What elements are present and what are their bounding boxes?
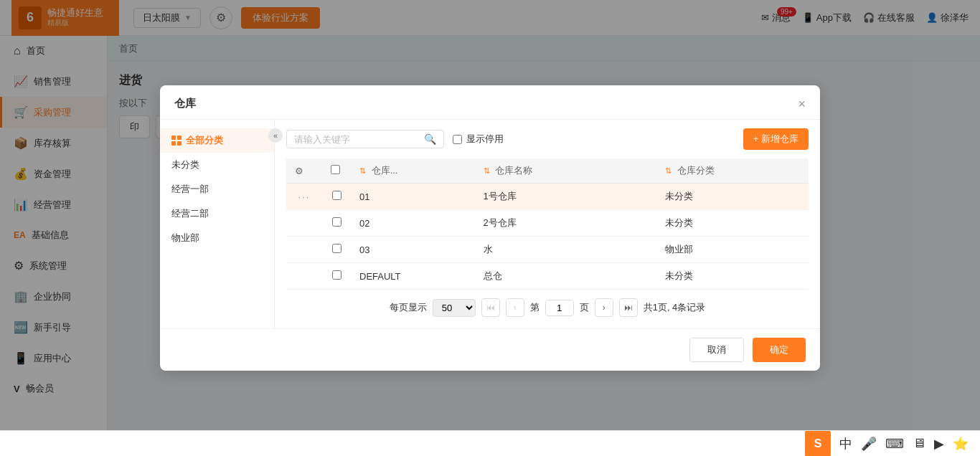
row-code: 01 [351,184,475,210]
sort-icon-cat: ⇅ [665,166,672,175]
search-row: 🔍 显示停用 + 新增仓库 [286,128,809,150]
mic-icon[interactable]: 🎤 [861,436,877,452]
table-row[interactable]: 02 2号仓库 未分类 [286,210,809,237]
warehouse-table: ⚙ ⇅ 仓库... ⇅ 仓库名称 [286,158,809,290]
sort-icon: ⇅ [359,166,366,175]
s-logo: S [805,431,831,457]
play-icon[interactable]: ▶ [934,436,944,452]
next-page-button[interactable]: › [595,298,613,317]
modal-overlay: 仓库 × « 全部分类 未分类 经营一部 经营二部 [0,0,980,456]
prev-page-button[interactable]: ‹ [506,298,524,317]
col-header-name: ⇅ 仓库名称 [475,158,657,184]
dialog-close-button[interactable]: × [798,98,806,110]
cancel-button[interactable]: 取消 [689,338,744,362]
category-item-ops2[interactable]: 经营二部 [160,201,274,226]
search-input-wrap: 🔍 [286,130,444,148]
collapse-category-button[interactable]: « [268,128,283,143]
page-size-label: 每页显示 [390,301,427,314]
chinese-input-icon[interactable]: 中 [839,435,852,452]
dialog-title: 仓库 [174,97,196,110]
row-code: 02 [351,210,475,237]
page-number-input[interactable] [545,300,574,316]
row-category: 未分类 [656,210,809,237]
confirm-button[interactable]: 确定 [753,338,806,362]
col-header-category: ⇅ 仓库分类 [656,158,809,184]
col-header-code: ⇅ 仓库... [351,158,475,184]
row-checkbox[interactable] [332,217,341,227]
table-row[interactable]: 03 水 物业部 [286,237,809,263]
row-checkbox-cell[interactable] [322,263,351,290]
page-size-select[interactable]: 50 10 20 100 [433,299,476,317]
sort-icon-name: ⇅ [484,166,490,175]
row-name: 总仓 [475,263,657,290]
total-info: 共1页, 4条记录 [644,301,706,314]
row-checkbox-cell[interactable] [322,210,351,237]
row-code: 03 [351,237,475,263]
warehouse-dialog: 仓库 × « 全部分类 未分类 经营一部 经营二部 [160,85,820,371]
search-icon[interactable]: 🔍 [424,133,436,145]
grid-icon [171,136,182,146]
row-checkbox[interactable] [332,244,341,253]
select-all-checkbox[interactable] [331,165,340,174]
pagination-row: 每页显示 50 10 20 100 ⏮ ‹ 第 页 › ⏭ 共1页, 4条记录 [286,290,809,320]
table-panel: 🔍 显示停用 + 新增仓库 ⚙ [275,120,820,328]
show-disabled-checkbox[interactable] [453,135,462,144]
row-category: 未分类 [656,184,809,210]
col-header-gear: ⚙ [286,158,322,184]
show-disabled-checkbox-row: 显示停用 [453,133,504,146]
category-panel: « 全部分类 未分类 经营一部 经营二部 物业部 [160,120,275,328]
dialog-body: « 全部分类 未分类 经营一部 经营二部 物业部 [160,120,820,328]
more-options-icon[interactable]: ··· [298,191,311,202]
category-all-label: 全部分类 [186,134,223,147]
keyboard-icon[interactable]: ⌨ [885,436,904,452]
page-label: 第 [530,301,540,314]
row-gear[interactable]: ··· [286,184,322,210]
table-row[interactable]: ··· 01 1号仓库 未分类 [286,184,809,210]
row-category: 未分类 [656,263,809,290]
row-gear[interactable] [286,263,322,290]
star-icon[interactable]: ⭐ [953,436,969,452]
last-page-button[interactable]: ⏭ [619,298,638,317]
show-disabled-label: 显示停用 [466,133,504,146]
row-checkbox[interactable] [332,191,341,200]
row-gear[interactable] [286,210,322,237]
col-header-checkbox [322,158,351,184]
row-name: 1号仓库 [475,184,657,210]
dialog-footer: 取消 确定 [160,328,820,371]
row-checkbox-cell[interactable] [322,184,351,210]
row-checkbox-cell[interactable] [322,237,351,263]
category-item-unclassified[interactable]: 未分类 [160,153,274,177]
row-gear[interactable] [286,237,322,263]
category-item-property[interactable]: 物业部 [160,226,274,250]
table-row[interactable]: DEFAULT 总仓 未分类 [286,263,809,290]
dialog-header: 仓库 × [160,85,820,120]
bottom-bar: S 中 🎤 ⌨ 🖥 ▶ ⭐ [0,430,980,456]
new-warehouse-button[interactable]: + 新增仓库 [743,128,809,150]
monitor-icon[interactable]: 🖥 [913,436,925,451]
page-unit: 页 [580,301,589,314]
row-checkbox[interactable] [332,270,341,280]
gear-icon: ⚙ [295,166,303,176]
row-code: DEFAULT [351,263,475,290]
row-category: 物业部 [656,237,809,263]
first-page-button[interactable]: ⏮ [481,298,500,317]
category-item-ops1[interactable]: 经营一部 [160,177,274,201]
search-input[interactable] [294,134,424,145]
category-all[interactable]: 全部分类 [160,128,274,153]
row-name: 水 [475,237,657,263]
row-name: 2号仓库 [475,210,657,237]
